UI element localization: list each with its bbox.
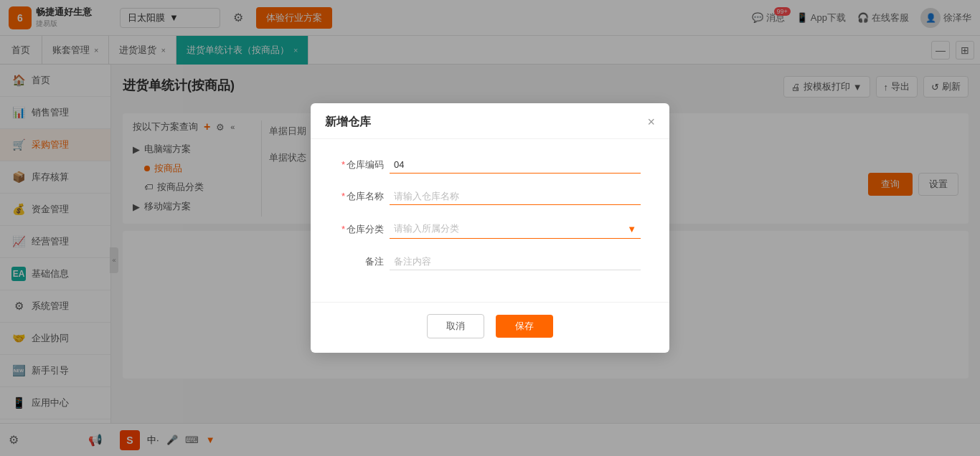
dialog-body: *仓库编码 *仓库名称 *仓库分类 请输入所属分类 ▼ bbox=[311, 139, 669, 302]
cancel-button[interactable]: 取消 bbox=[427, 314, 484, 338]
dialog-title: 新增仓库 bbox=[325, 115, 371, 130]
required-star-name: * bbox=[341, 191, 345, 201]
name-label: *仓库名称 bbox=[339, 190, 390, 203]
warehouse-category-select[interactable]: 请输入所属分类 ▼ bbox=[390, 219, 641, 239]
form-row-code: *仓库编码 bbox=[339, 156, 641, 174]
save-button[interactable]: 保存 bbox=[496, 315, 553, 338]
required-star-category: * bbox=[341, 224, 345, 234]
category-label: *仓库分类 bbox=[339, 223, 390, 236]
warehouse-name-input[interactable] bbox=[390, 188, 641, 205]
dialog-close-button[interactable]: × bbox=[647, 115, 655, 130]
category-placeholder: 请输入所属分类 bbox=[394, 222, 627, 235]
required-star: * bbox=[341, 159, 345, 170]
overlay: 新增仓库 × *仓库编码 *仓库名称 *仓库分类 bbox=[0, 0, 980, 456]
dialog-header: 新增仓库 × bbox=[311, 103, 669, 139]
code-label: *仓库编码 bbox=[339, 158, 390, 171]
category-chevron-icon: ▼ bbox=[627, 224, 636, 234]
warehouse-code-input[interactable] bbox=[390, 156, 641, 174]
warehouse-remark-input[interactable] bbox=[390, 253, 641, 270]
add-warehouse-dialog: 新增仓库 × *仓库编码 *仓库名称 *仓库分类 bbox=[311, 103, 669, 353]
form-row-name: *仓库名称 bbox=[339, 188, 641, 205]
remark-label: 备注 bbox=[339, 255, 390, 268]
form-row-remark: 备注 bbox=[339, 253, 641, 270]
dialog-footer: 取消 保存 bbox=[311, 302, 669, 353]
form-row-category: *仓库分类 请输入所属分类 ▼ bbox=[339, 219, 641, 239]
